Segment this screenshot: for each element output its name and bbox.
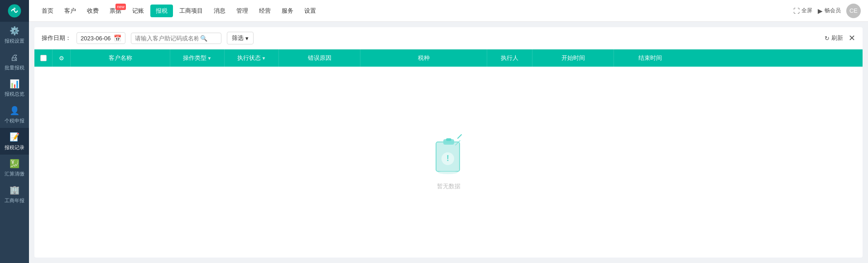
main-panel: 操作日期： 2023-06-06 📅 🔍 筛选 ▾ ↻ 刷新: [34, 27, 863, 258]
record-icon: 📝: [10, 132, 19, 143]
nav-jizhang[interactable]: 记账: [127, 0, 149, 22]
sidebar-item-label: 汇算清缴: [5, 170, 24, 177]
refresh-icon: ↻: [825, 35, 830, 42]
fullscreen-icon: ⛶: [793, 7, 800, 15]
sidebar-item-baoshui-shezhi[interactable]: ⚙️ 报税设置: [0, 22, 29, 49]
sidebar-item-label: 批量报税: [5, 64, 24, 71]
nav-guanli[interactable]: 管理: [231, 0, 254, 22]
table-body: ! 暂无数据: [34, 67, 863, 258]
th-error-reason: 错误原因: [279, 49, 360, 67]
search-input[interactable]: [135, 35, 198, 42]
th-settings: ⚙: [53, 49, 71, 67]
th-end-time: 结束时间: [614, 49, 686, 67]
th-checkbox: [34, 49, 53, 67]
building-icon: 🏢: [10, 185, 19, 196]
nav-xiaoxi[interactable]: 消息: [208, 0, 231, 22]
th-tax-type: 税种: [360, 49, 487, 67]
member-icon: ▶: [818, 7, 823, 15]
sidebar: ⚙️ 报税设置 🖨 批量报税 📊 报税总览 👤 个税申报 📝 报税记录 💹 汇算…: [0, 0, 29, 263]
topnav-right: ⛶ 全屏 ▶ 畅会员 CE: [793, 4, 861, 18]
toolbar-right: ↻ 刷新 ✕: [825, 34, 855, 42]
svg-text:!: !: [446, 154, 449, 163]
calc-icon: 💹: [10, 158, 19, 170]
sidebar-item-geshui-shenbao[interactable]: 👤 个税申报: [0, 102, 29, 128]
date-label: 操作日期：: [42, 34, 71, 42]
refresh-button[interactable]: ↻ 刷新: [825, 34, 843, 42]
svg-point-10: [438, 170, 458, 174]
main-area: 首页 客户 收费 票据 new 记账 报税 工商项目 消息 管理 经营: [29, 0, 868, 263]
fullscreen-btn[interactable]: ⛶ 全屏: [793, 7, 812, 15]
settings-icon: ⚙️: [10, 25, 19, 37]
date-picker[interactable]: 2023-06-06 📅: [77, 32, 125, 44]
empty-illustration: !: [431, 134, 467, 177]
svg-line-8: [458, 135, 461, 138]
gear-icon: ⚙: [59, 55, 64, 62]
sidebar-item-baoshui-jilu[interactable]: 📝 报税记录: [0, 128, 29, 155]
overview-icon: 📊: [10, 78, 19, 90]
sidebar-item-baoshui-zonglан[interactable]: 📊 报税总览: [0, 75, 29, 102]
filter-button[interactable]: 筛选 ▾: [227, 32, 254, 44]
chevron-down-icon: ▾: [245, 35, 249, 42]
nav-shouye[interactable]: 首页: [36, 0, 59, 22]
member-btn[interactable]: ▶ 畅会员: [818, 7, 841, 15]
close-button[interactable]: ✕: [849, 34, 855, 42]
svg-rect-5: [446, 138, 451, 141]
sidebar-item-label: 报税总览: [5, 91, 24, 97]
topnav: 首页 客户 收费 票据 new 记账 报税 工商项目 消息 管理 经营: [29, 0, 868, 22]
nav-shoufei[interactable]: 收费: [82, 0, 104, 22]
empty-state: ! 暂无数据: [417, 120, 480, 204]
sidebar-item-label: 个税申报: [5, 117, 24, 124]
search-icon: 🔍: [200, 35, 207, 42]
sidebar-item-label: 报税设置: [5, 38, 24, 44]
person-icon: 👤: [10, 105, 19, 117]
sidebar-item-label: 报税记录: [5, 144, 24, 151]
sidebar-item-piliang-baoshui[interactable]: 🖨 批量报税: [0, 49, 29, 75]
app-logo: [0, 0, 29, 22]
empty-text: 暂无数据: [437, 182, 460, 190]
sort-icon: ▼: [262, 56, 266, 61]
toolbar: 操作日期： 2023-06-06 📅 🔍 筛选 ▾ ↻ 刷新: [34, 27, 863, 49]
nav-piaoju[interactable]: 票据 new: [104, 0, 127, 22]
sidebar-item-huisuan-jiaona[interactable]: 💹 汇算清缴: [0, 155, 29, 181]
table-header: ⚙ 客户名称 操作类型 ▼ 执行状态 ▼ 错误原因 税种: [34, 49, 863, 67]
content-area: 操作日期： 2023-06-06 📅 🔍 筛选 ▾ ↻ 刷新: [29, 22, 868, 263]
th-executor: 执行人: [487, 49, 532, 67]
new-badge: new: [115, 4, 126, 10]
nav-shezhi[interactable]: 设置: [299, 0, 321, 22]
sidebar-item-label: 工商年报: [5, 197, 24, 204]
th-start-time: 开始时间: [532, 49, 614, 67]
nav-fuwu[interactable]: 服务: [276, 0, 299, 22]
nav-kehu[interactable]: 客户: [59, 0, 82, 22]
header-checkbox[interactable]: [40, 55, 47, 61]
nav-baoshui[interactable]: 报税: [150, 5, 173, 17]
search-box[interactable]: 🔍: [131, 33, 221, 44]
nav-gongshang-xiangmu[interactable]: 工商项目: [174, 0, 208, 22]
sidebar-item-gongshang-nianbao[interactable]: 🏢 工商年报: [0, 181, 29, 208]
svg-point-1: [14, 8, 16, 10]
th-exec-status[interactable]: 执行状态 ▼: [225, 49, 279, 67]
th-operation-type[interactable]: 操作类型 ▼: [170, 49, 225, 67]
calendar-icon: 📅: [114, 34, 121, 42]
sort-icon: ▼: [207, 56, 212, 61]
th-client-name: 客户名称: [71, 49, 170, 67]
avatar[interactable]: CE: [846, 4, 861, 18]
nav-jingying[interactable]: 经营: [254, 0, 276, 22]
batch-tax-icon: 🖨: [10, 52, 19, 63]
